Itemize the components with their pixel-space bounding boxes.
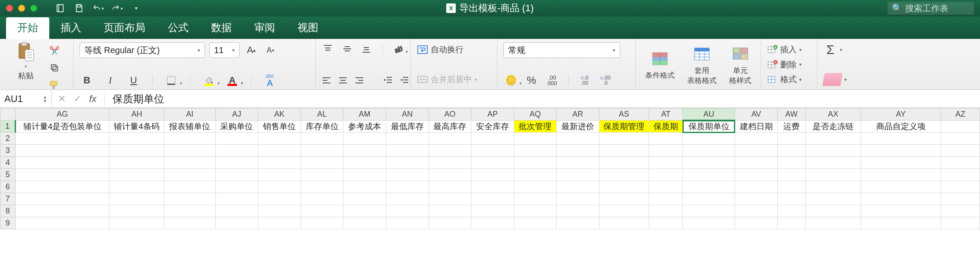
cell-AO8[interactable]: [429, 205, 471, 217]
cell-AR5[interactable]: [557, 169, 599, 181]
cell-AZ4[interactable]: [941, 157, 980, 169]
cell-AW7[interactable]: [778, 193, 805, 205]
cell-AT1[interactable]: 保质期: [649, 121, 683, 133]
align-left-button[interactable]: [322, 74, 331, 87]
cell-AL4[interactable]: [301, 157, 343, 169]
align-right-button[interactable]: [355, 74, 364, 87]
cell-AJ2[interactable]: [215, 133, 258, 145]
cell-AR4[interactable]: [557, 157, 599, 169]
cell-AJ1[interactable]: 采购单位: [215, 121, 258, 133]
conditional-format-button[interactable]: 条件格式: [642, 49, 678, 80]
tab-insert[interactable]: 插入: [49, 17, 93, 39]
column-header-AL[interactable]: AL: [301, 108, 343, 121]
autosave-icon[interactable]: [54, 3, 66, 14]
cell-AQ8[interactable]: [514, 205, 557, 217]
cell-AT9[interactable]: [649, 217, 683, 229]
cell-AH1[interactable]: 辅计量4条码: [109, 121, 164, 133]
cell-AS5[interactable]: [599, 169, 649, 181]
cell-AR2[interactable]: [557, 133, 599, 145]
cell-AN7[interactable]: [386, 193, 429, 205]
cell-AS1[interactable]: 保质期管理: [599, 121, 649, 133]
cell-AU6[interactable]: [683, 181, 735, 193]
cell-AV8[interactable]: [735, 205, 778, 217]
cell-AJ6[interactable]: [215, 181, 258, 193]
cell-AO9[interactable]: [429, 217, 471, 229]
tab-page-layout[interactable]: 页面布局: [93, 17, 157, 39]
cell-AL6[interactable]: [301, 181, 343, 193]
cell-AI5[interactable]: [164, 169, 216, 181]
cell-AX4[interactable]: [805, 157, 861, 169]
cell-AX3[interactable]: [805, 145, 861, 157]
cell-AH4[interactable]: [109, 157, 164, 169]
cell-AP8[interactable]: [471, 205, 514, 217]
cell-AP2[interactable]: [471, 133, 514, 145]
cell-AS6[interactable]: [599, 181, 649, 193]
column-header-AG[interactable]: AG: [15, 108, 109, 121]
number-format-select[interactable]: 常规▾: [503, 42, 620, 58]
tab-data[interactable]: 数据: [200, 17, 243, 39]
cell-AH3[interactable]: [109, 145, 164, 157]
cell-AJ8[interactable]: [215, 205, 258, 217]
cell-AZ2[interactable]: [941, 133, 980, 145]
cell-AO4[interactable]: [429, 157, 471, 169]
cancel-formula-button[interactable]: ✕: [58, 93, 66, 105]
cell-AO5[interactable]: [429, 169, 471, 181]
column-header-AU[interactable]: AU: [683, 108, 735, 121]
cell-AU8[interactable]: [683, 205, 735, 217]
save-icon[interactable]: [74, 3, 85, 14]
cell-AP4[interactable]: [471, 157, 514, 169]
row-header-3[interactable]: 3: [0, 145, 16, 157]
minimize-window-button[interactable]: [18, 5, 25, 12]
cell-AM5[interactable]: [343, 169, 386, 181]
cell-AQ4[interactable]: [514, 157, 557, 169]
column-header-AS[interactable]: AS: [599, 108, 649, 121]
formula-input[interactable]: 保质期单位: [112, 92, 164, 106]
cell-AR8[interactable]: [557, 205, 599, 217]
font-name-select[interactable]: 等线 Regular (正文)▾: [80, 42, 205, 58]
column-header-AZ[interactable]: AZ: [941, 108, 980, 121]
cell-AJ3[interactable]: [215, 145, 258, 157]
cell-AP5[interactable]: [471, 169, 514, 181]
cell-AL2[interactable]: [301, 133, 343, 145]
cell-styles-button[interactable]: 单元 格样式: [726, 44, 755, 86]
cell-AV6[interactable]: [735, 181, 778, 193]
orientation-button[interactable]: ab: [392, 42, 404, 55]
cell-AZ8[interactable]: [941, 205, 980, 217]
cell-AO3[interactable]: [429, 145, 471, 157]
cell-AV1[interactable]: 建档日期: [735, 121, 778, 133]
tab-review[interactable]: 审阅: [243, 17, 286, 39]
phonetic-button[interactable]: abc A: [263, 74, 277, 87]
format-cells-button[interactable]: 格式▾: [767, 72, 811, 87]
column-header-AM[interactable]: AM: [343, 108, 386, 121]
cell-AT7[interactable]: [649, 193, 683, 205]
column-header-AW[interactable]: AW: [778, 108, 805, 121]
cell-AT6[interactable]: [649, 181, 683, 193]
cell-AX5[interactable]: [805, 169, 861, 181]
cell-AX1[interactable]: 是否走冻链: [805, 121, 861, 133]
format-as-table-button[interactable]: 套用 表格格式: [684, 44, 720, 86]
decrease-font-button[interactable]: A▾: [263, 44, 278, 57]
cell-AZ7[interactable]: [941, 193, 980, 205]
cell-AN1[interactable]: 最低库存: [386, 121, 429, 133]
cell-AN5[interactable]: [386, 169, 429, 181]
tab-formulas[interactable]: 公式: [157, 17, 200, 39]
cell-AN8[interactable]: [386, 205, 429, 217]
cell-AQ7[interactable]: [514, 193, 557, 205]
cell-AY7[interactable]: [861, 193, 941, 205]
row-header-8[interactable]: 8: [0, 205, 16, 217]
cell-AG7[interactable]: [15, 193, 109, 205]
customize-qat-icon[interactable]: ▾: [131, 3, 142, 14]
cell-AN2[interactable]: [386, 133, 429, 145]
cell-AH8[interactable]: [109, 205, 164, 217]
cell-AM4[interactable]: [343, 157, 386, 169]
decrease-decimal-button[interactable]: ⎋.00 .0: [598, 74, 613, 87]
cell-AI4[interactable]: [164, 157, 216, 169]
cell-AV9[interactable]: [735, 217, 778, 229]
increase-decimal-button[interactable]: ⎋.0 .00: [577, 74, 592, 87]
cell-AL5[interactable]: [301, 169, 343, 181]
cell-AZ6[interactable]: [941, 181, 980, 193]
cell-AI7[interactable]: [164, 193, 216, 205]
cell-AQ5[interactable]: [514, 169, 557, 181]
cell-AL1[interactable]: 库存单位: [301, 121, 343, 133]
cell-AX2[interactable]: [805, 133, 861, 145]
